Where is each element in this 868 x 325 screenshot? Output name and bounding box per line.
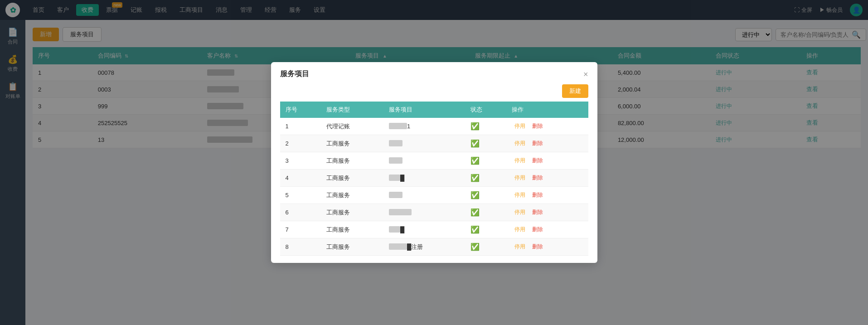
modal-cell-action: 停用 删除 [506,204,588,221]
modal-col-type: 服务类型 [321,102,383,118]
modal-cell-seq: 6 [280,204,321,221]
status-check-icon: ✅ [470,122,480,130]
delete-button[interactable]: 删除 [529,242,546,252]
modal-col-seq: 序号 [280,102,321,118]
delete-button[interactable]: 删除 [529,190,546,200]
service-modal: 服务项目 × 新建 序号 服务类型 服务项目 状态 [271,62,597,263]
modal-cell-item: █注册 [383,238,465,256]
modal-cell-type: 工商服务 [321,238,383,256]
modal-cell-status: ✅ [465,221,506,238]
modal-cell-item [383,204,465,221]
modal-table-header: 序号 服务类型 服务项目 状态 操作 [280,102,588,118]
modal-col-status: 状态 [465,102,506,118]
modal-cell-action: 停用 删除 [506,152,588,170]
stop-button[interactable]: 停用 [512,173,528,183]
modal-cell-type: 工商服务 [321,187,383,204]
service-table: 序号 服务类型 服务项目 状态 操作 1 代理记账 1 ✅ 停用 删除 [280,102,588,256]
modal-table-row: 7 工商服务 █ ✅ 停用 删除 [280,221,588,238]
modal-cell-status: ✅ [465,152,506,170]
modal-cell-type: 工商服务 [321,170,383,187]
status-check-icon: ✅ [470,226,480,233]
stop-button[interactable]: 停用 [512,242,528,252]
modal-table-row: 6 工商服务 ✅ 停用 删除 [280,204,588,221]
modal-cell-action: 停用 删除 [506,135,588,152]
status-check-icon: ✅ [470,157,480,165]
modal-title: 服务项目 [280,69,309,79]
modal-cell-type: 工商服务 [321,135,383,152]
modal-cell-status: ✅ [465,135,506,152]
modal-cell-action: 停用 删除 [506,118,588,135]
modal-table-row: 1 代理记账 1 ✅ 停用 删除 [280,118,588,135]
modal-cell-item [383,135,465,152]
status-check-icon: ✅ [470,243,480,251]
modal-table-row: 5 工商服务 ✅ 停用 删除 [280,187,588,204]
delete-button[interactable]: 删除 [529,139,546,148]
modal-table-row: 8 工商服务 █注册 ✅ 停用 删除 [280,238,588,256]
modal-cell-seq: 1 [280,118,321,135]
modal-cell-seq: 7 [280,221,321,238]
status-check-icon: ✅ [470,209,480,216]
modal-cell-status: ✅ [465,204,506,221]
modal-col-action: 操作 [506,102,588,118]
modal-cell-status: ✅ [465,118,506,135]
modal-cell-item: █ [383,221,465,238]
modal-cell-item: 1 [383,118,465,135]
status-check-icon: ✅ [470,140,480,147]
status-check-icon: ✅ [470,191,480,199]
modal-cell-status: ✅ [465,187,506,204]
delete-button[interactable]: 删除 [529,225,546,234]
delete-button[interactable]: 删除 [529,156,546,165]
modal-close-button[interactable]: × [583,70,588,78]
modal-cell-seq: 2 [280,135,321,152]
modal-cell-status: ✅ [465,238,506,256]
modal-new-button[interactable]: 新建 [562,84,588,98]
modal-table-row: 2 工商服务 ✅ 停用 删除 [280,135,588,152]
modal-col-item: 服务项目 [383,102,465,118]
stop-button[interactable]: 停用 [512,208,528,217]
modal-cell-status: ✅ [465,170,506,187]
stop-button[interactable]: 停用 [512,139,528,148]
stop-button[interactable]: 停用 [512,190,528,200]
modal-body: 序号 服务类型 服务项目 状态 操作 1 代理记账 1 ✅ 停用 删除 [271,102,597,263]
stop-button[interactable]: 停用 [512,121,528,131]
modal-header: 服务项目 × [271,62,597,79]
status-check-icon: ✅ [470,174,480,182]
modal-cell-type: 工商服务 [321,204,383,221]
modal-cell-type: 工商服务 [321,221,383,238]
delete-button[interactable]: 删除 [529,121,546,131]
modal-table-row: 4 工商服务 █ ✅ 停用 删除 [280,170,588,187]
modal-cell-item [383,152,465,170]
modal-cell-seq: 5 [280,187,321,204]
main-content: 新增 服务项目 进行中 全部 已结束 🔍 序号 合同编码 ⇅ [25,20,868,325]
modal-cell-item [383,187,465,204]
modal-cell-item: █ [383,170,465,187]
modal-cell-seq: 8 [280,238,321,256]
modal-cell-seq: 4 [280,170,321,187]
modal-cell-seq: 3 [280,152,321,170]
modal-cell-type: 工商服务 [321,152,383,170]
stop-button[interactable]: 停用 [512,156,528,165]
modal-cell-type: 代理记账 [321,118,383,135]
delete-button[interactable]: 删除 [529,208,546,217]
modal-toolbar: 新建 [271,79,597,102]
modal-table-row: 3 工商服务 ✅ 停用 删除 [280,152,588,170]
stop-button[interactable]: 停用 [512,225,528,234]
modal-cell-action: 停用 删除 [506,221,588,238]
main-layout: 📄 合同 💰 收费 📋 对账单 新增 服务项目 进行中 全部 已结束 [0,20,868,325]
modal-cell-action: 停用 删除 [506,170,588,187]
modal-overlay[interactable]: 服务项目 × 新建 序号 服务类型 服务项目 状态 [25,20,868,325]
modal-cell-action: 停用 删除 [506,187,588,204]
modal-cell-action: 停用 删除 [506,238,588,256]
delete-button[interactable]: 删除 [529,173,546,183]
